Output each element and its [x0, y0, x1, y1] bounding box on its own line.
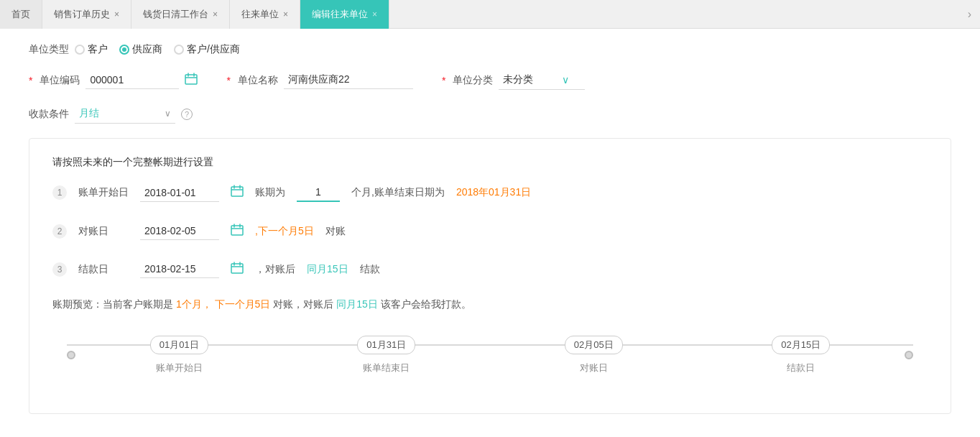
- step-suffix-orange-2: ,下一个月5日: [255, 225, 314, 238]
- radio-circle-both: [174, 45, 184, 55]
- timeline-node-4: 02月15日 结款日: [698, 336, 905, 374]
- payment-terms-row: 收款条件 月结 ∨ ?: [29, 104, 951, 124]
- unit-name-input[interactable]: [284, 71, 413, 89]
- unit-category-value: 未分类: [503, 73, 533, 86]
- step-period-unit-1: 个月,账单结束日期为: [351, 186, 445, 199]
- radio-circle-supplier: [119, 45, 129, 55]
- timeline-label-1: 账单开始日: [156, 362, 203, 374]
- timeline-badge-4: 02月15日: [772, 336, 830, 354]
- tab-close-partner[interactable]: ×: [283, 9, 288, 19]
- unit-type-group: 单位类型 客户 供应商 客户/供应商: [29, 43, 240, 56]
- unit-type-label: 单位类型: [29, 43, 69, 56]
- step-suffix-plain-3: ，对账后: [255, 263, 295, 276]
- step-row-3: 3 结款日 ，对账后 同月15日 结款: [52, 260, 928, 278]
- tab-home[interactable]: 首页: [0, 0, 42, 29]
- step-num-2: 2: [52, 224, 67, 239]
- preview-span2: 下一个月5日: [215, 298, 271, 310]
- help-icon[interactable]: ?: [181, 109, 193, 120]
- unit-info-row: * 单位编码 * 单位名称 * 单位分类 未分类 ∨: [29, 70, 951, 90]
- radio-circle-customer: [75, 45, 85, 55]
- unit-code-icon[interactable]: [185, 73, 198, 88]
- tab-more-arrow[interactable]: ›: [959, 8, 980, 21]
- unit-code-star: *: [29, 75, 32, 86]
- step-cal-icon-2[interactable]: [231, 224, 244, 239]
- timeline-inner: 01月01日 账单开始日 01月31日 账单结束日 02月05日 对账日 02月…: [52, 336, 928, 374]
- step-label-3: 结款日: [78, 263, 129, 276]
- step-cal-icon-3[interactable]: [231, 262, 244, 277]
- svg-rect-0: [185, 75, 197, 84]
- unit-category-star: *: [442, 75, 445, 86]
- step-date-1[interactable]: [140, 184, 219, 202]
- timeline-label-3: 对账日: [580, 362, 608, 374]
- timeline-label-4: 结款日: [787, 362, 815, 374]
- step-row-2: 2 对账日 ,下一个月5日 对账: [52, 222, 928, 240]
- timeline-label-2: 账单结束日: [363, 362, 410, 374]
- unit-name-label: 单位名称: [238, 74, 278, 87]
- step-num-3: 3: [52, 262, 67, 277]
- payment-terms-arrow: ∨: [165, 109, 171, 119]
- payment-terms-group: 收款条件 月结 ∨ ?: [29, 104, 193, 124]
- tab-edit-partner[interactable]: 编辑往来单位 ×: [300, 0, 389, 29]
- tab-cash-work[interactable]: 钱货日清工作台 ×: [131, 0, 230, 29]
- preview-span1: 1个月，: [176, 298, 212, 310]
- tab-sales-history[interactable]: 销售订单历史 ×: [42, 0, 131, 29]
- payment-terms-value: 月结: [79, 107, 162, 120]
- svg-rect-12: [231, 264, 243, 273]
- radio-customer[interactable]: 客户: [75, 43, 108, 56]
- timeline-end-dot: [905, 351, 913, 359]
- step-suffix-teal-3: 同月15日: [307, 263, 348, 276]
- panel-hint: 请按照未来的一个完整帐期进行设置: [52, 156, 928, 169]
- preview-text: 账期预览：当前客户账期是 1个月， 下一个月5日 对账，对账后 同月15日 该客…: [52, 298, 928, 311]
- unit-code-label: 单位编码: [40, 74, 80, 87]
- step-label-1: 账单开始日: [78, 186, 129, 199]
- step-date-highlight-1: 2018年01月31日: [456, 186, 531, 199]
- tab-partner[interactable]: 往来单位 ×: [230, 0, 300, 29]
- step-date-3[interactable]: [140, 260, 219, 278]
- step-row-1: 1 账单开始日 账期为 个月,账单结束日期为 2018年01月31日: [52, 183, 928, 202]
- unit-code-input[interactable]: [85, 71, 179, 89]
- timeline-node-2: 01月31日 账单结束日: [283, 336, 491, 374]
- unit-name-group: * 单位名称: [226, 71, 412, 89]
- unit-code-group: * 单位编码: [29, 71, 198, 89]
- period-panel: 请按照未来的一个完整帐期进行设置 1 账单开始日 账期为 个月,账单结束日期为 …: [29, 138, 951, 414]
- tab-close-cash-work[interactable]: ×: [213, 9, 218, 19]
- tab-close-sales-history[interactable]: ×: [114, 9, 119, 19]
- period-value-input[interactable]: [297, 183, 340, 202]
- unit-type-row: 单位类型 客户 供应商 客户/供应商: [29, 43, 951, 56]
- svg-rect-8: [231, 226, 243, 235]
- step-suffix-plain-2: 对账: [325, 225, 346, 238]
- payment-terms-label: 收款条件: [29, 108, 69, 121]
- timeline: 01月01日 账单开始日 01月31日 账单结束日 02月05日 对账日 02月…: [52, 328, 928, 396]
- step-num-1: 1: [52, 185, 67, 200]
- step-suffix-end-3: 结款: [360, 263, 380, 276]
- step-date-2[interactable]: [140, 222, 219, 240]
- preview-span3: 同月15日: [336, 298, 378, 310]
- step-label-2: 对账日: [78, 225, 129, 238]
- timeline-node-3: 02月05日 对账日: [490, 336, 698, 374]
- tab-bar: 首页 销售订单历史 × 钱货日清工作台 × 往来单位 × 编辑往来单位 × ›: [0, 0, 980, 29]
- timeline-start-dot: [67, 351, 75, 359]
- payment-terms-dropdown[interactable]: 月结 ∨: [75, 104, 175, 124]
- unit-category-label: 单位分类: [453, 74, 493, 87]
- step-cal-icon-1[interactable]: [231, 185, 244, 201]
- main-content: 单位类型 客户 供应商 客户/供应商 * 单位编码: [0, 29, 980, 437]
- unit-category-group: * 单位分类 未分类 ∨: [442, 70, 585, 90]
- unit-category-select[interactable]: 未分类 ∨: [499, 70, 585, 90]
- svg-rect-4: [231, 187, 243, 196]
- timeline-badge-1: 01月01日: [150, 336, 208, 354]
- radio-supplier[interactable]: 供应商: [119, 43, 162, 56]
- timeline-badge-2: 01月31日: [357, 336, 415, 354]
- step-mid-text-1: 账期为: [255, 186, 285, 199]
- unit-name-star: *: [226, 75, 230, 86]
- radio-group: 客户 供应商 客户/供应商: [75, 43, 240, 56]
- unit-category-arrow: ∨: [562, 74, 569, 86]
- timeline-node-1: 01月01日 账单开始日: [75, 336, 283, 374]
- timeline-badge-3: 02月05日: [565, 336, 623, 354]
- radio-both[interactable]: 客户/供应商: [174, 43, 240, 56]
- tab-close-edit-partner[interactable]: ×: [372, 9, 377, 19]
